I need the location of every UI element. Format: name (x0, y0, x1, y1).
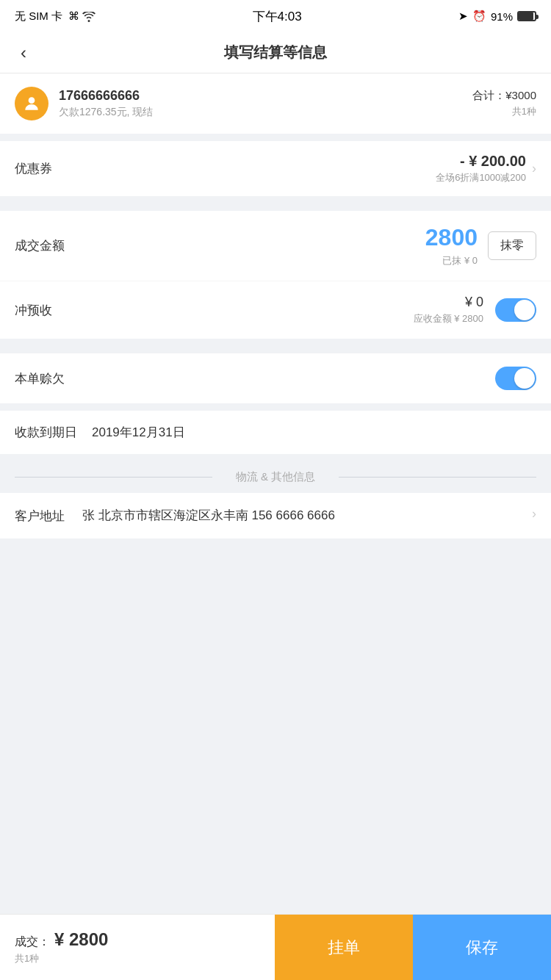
arrears-label: 本单赊欠 (15, 370, 81, 387)
status-bar: 无 SIM 卡 ⌘ 下午4:03 ➤ ⏰ 91% (0, 0, 551, 32)
bottom-label: 成交： (15, 934, 50, 950)
logistics-divider: 物流 & 其他信息 (0, 461, 551, 493)
customer-card: 17666666666 欠款1276.35元, 现结 合计：¥3000 共1种 (0, 73, 551, 134)
section-divider-2 (0, 346, 551, 353)
due-date-row: 收款到期日 2019年12月31日 (0, 411, 551, 454)
customer-phone: 17666666666 (59, 88, 153, 104)
transaction-section: 成交金额 2800 已抹 ¥ 0 抹零 冲预收 ¥ 0 应收金额 ¥ 2800 (0, 211, 551, 339)
bottom-amount: ¥ 2800 (54, 929, 108, 950)
avatar (15, 87, 48, 120)
coupon-amount: - ¥ 200.00 (436, 153, 526, 170)
customer-debt: 欠款1276.35元, 现结 (59, 106, 153, 119)
prepay-sub: 应收金额 ¥ 2800 (414, 312, 483, 325)
chevron-right-icon: › (532, 161, 536, 176)
address-chevron-icon: › (532, 506, 536, 522)
page-title: 填写结算等信息 (224, 43, 327, 62)
toggle-knob (514, 300, 535, 320)
bottom-summary: 成交： ¥ 2800 共1种 (0, 929, 275, 965)
main-content: 17666666666 欠款1276.35元, 现结 合计：¥3000 共1种 … (0, 73, 551, 715)
arrears-row: 本单赊欠 (0, 353, 551, 403)
prepay-amount: ¥ 0 (414, 295, 483, 310)
bottom-bar: 成交： ¥ 2800 共1种 挂单 保存 (0, 914, 551, 980)
save-button[interactable]: 保存 (413, 915, 551, 981)
arrears-section: 本单赊欠 (0, 353, 551, 403)
bottom-count: 共1种 (15, 952, 260, 965)
address-value: 张 北京市市辖区海淀区永丰南 156 6666 6666 (82, 506, 523, 525)
prepay-row: 冲预收 ¥ 0 应收金额 ¥ 2800 (0, 281, 551, 339)
logistics-line-right (339, 477, 536, 478)
gray-area (0, 538, 551, 641)
address-label: 客户地址 (15, 506, 73, 525)
round-button[interactable]: 抹零 (488, 231, 536, 260)
battery-icon (517, 11, 536, 21)
coupon-desc: 全场6折满1000减200 (436, 171, 526, 184)
total-label: 合计：¥3000 (472, 89, 536, 103)
customer-left: 17666666666 欠款1276.35元, 现结 (15, 87, 153, 120)
prepay-wrap: ¥ 0 应收金额 ¥ 2800 (414, 295, 483, 325)
hang-button[interactable]: 挂单 (275, 915, 413, 981)
total-count: 共1种 (472, 105, 536, 118)
address-row[interactable]: 客户地址 张 北京市市辖区海淀区永丰南 156 6666 6666 › (0, 493, 551, 538)
transaction-label: 成交金额 (15, 237, 81, 254)
bottom-amount-row: 成交： ¥ 2800 (15, 929, 260, 950)
signal-text: 无 SIM 卡 (15, 10, 62, 24)
battery-text: 91% (491, 10, 513, 23)
wifi-icon: ⌘ (68, 10, 96, 23)
location-icon: ➤ (458, 10, 468, 23)
transaction-value-wrap: 2800 已抹 ¥ 0 抹零 (425, 224, 536, 267)
status-right: ➤ ⏰ 91% (458, 10, 536, 23)
due-date-label: 收款到期日 (15, 424, 77, 441)
logistics-text: 物流 & 其他信息 (236, 470, 315, 484)
status-left: 无 SIM 卡 ⌘ (15, 10, 96, 24)
transaction-amount: 2800 (425, 224, 478, 251)
customer-right: 合计：¥3000 共1种 (472, 89, 536, 118)
arrears-toggle-knob (514, 368, 535, 389)
customer-info: 17666666666 欠款1276.35元, 现结 (59, 88, 153, 119)
arrears-toggle[interactable] (495, 367, 536, 390)
transaction-sub: 已抹 ¥ 0 (425, 254, 478, 267)
status-time: 下午4:03 (253, 8, 302, 25)
coupon-row[interactable]: 优惠券 - ¥ 200.00 全场6折满1000减200 › (0, 141, 551, 196)
back-button[interactable]: ‹ (15, 37, 32, 69)
svg-point-0 (29, 97, 35, 104)
alarm-icon: ⏰ (472, 10, 486, 23)
logistics-line-left (15, 477, 212, 478)
prepay-label: 冲预收 (15, 302, 81, 319)
section-divider-1 (0, 203, 551, 211)
section-divider-3 (0, 454, 551, 461)
coupon-right: - ¥ 200.00 全场6折满1000减200 › (436, 153, 536, 184)
transaction-row: 成交金额 2800 已抹 ¥ 0 抹零 (0, 211, 551, 281)
coupon-label: 优惠券 (15, 160, 52, 177)
due-date-value: 2019年12月31日 (92, 424, 185, 441)
nav-bar: ‹ 填写结算等信息 (0, 32, 551, 73)
prepay-toggle[interactable] (495, 298, 536, 322)
